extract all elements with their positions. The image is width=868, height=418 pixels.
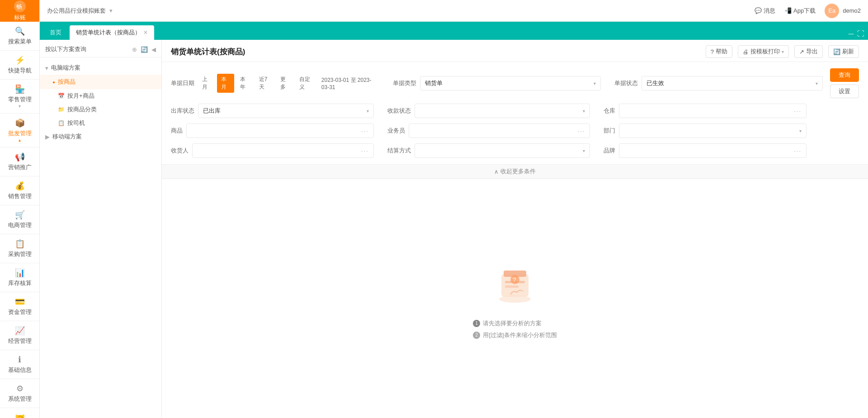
- svg-text:?: ?: [513, 276, 516, 283]
- chip-more[interactable]: 更多: [276, 74, 293, 93]
- sidebar-item-enterprise[interactable]: 🤝 企业协同: [0, 408, 40, 418]
- receiver-label: 收货人: [171, 147, 189, 155]
- chip-last-month[interactable]: 上月: [198, 74, 215, 93]
- scheme-section-pc: ▾ 电脑端方案 ● 按商品 📅 按月+商品 📁 按商品分类 📋 按司机: [40, 57, 161, 147]
- message-icon: 💬: [755, 7, 762, 14]
- department-arrow: ▾: [799, 128, 802, 133]
- wholesale-arrow: ▴: [19, 138, 21, 142]
- doc-status-label: 单据状态: [614, 79, 638, 87]
- scheme-item-by-cashier[interactable]: 📋 按司机: [40, 116, 161, 130]
- tab-sales-stats-label: 销货单统计表（按商品）: [76, 28, 141, 37]
- settings-btn[interactable]: 设置: [830, 85, 859, 98]
- scheme-item-by-category[interactable]: 📁 按商品分类: [40, 103, 161, 116]
- chip-last7[interactable]: 近7天: [255, 74, 274, 93]
- export-btn[interactable]: ↗ 导出: [794, 45, 823, 58]
- page-header: 销货单统计表(按商品) ? 帮助 🖨 按模板打印 ▾ ↗ 导出: [162, 40, 868, 62]
- tip-text-1: 请先选择要分析的方案: [483, 318, 542, 329]
- department-control[interactable]: ▾: [619, 124, 807, 138]
- product-label: 商品: [171, 127, 183, 135]
- tip-number-2: 2: [473, 332, 480, 339]
- tab-home[interactable]: 首页: [43, 25, 68, 40]
- by-category-icon: 📁: [58, 106, 65, 113]
- sidebar-item-purchase[interactable]: 📋 采购管理: [0, 234, 40, 263]
- pc-group-label: 电脑端方案: [51, 64, 80, 72]
- chip-this-year[interactable]: 本年: [236, 74, 253, 93]
- retail-icon: 🏪: [15, 84, 25, 94]
- app-download-icon: 📲: [784, 7, 792, 14]
- warehouse-control[interactable]: ···: [619, 104, 807, 118]
- template-print-label: 按模板打印: [750, 48, 780, 56]
- finance-icon: 💳: [15, 297, 25, 307]
- mobile-group-label: 移动端方案: [52, 133, 82, 141]
- top-header: 办公用品行业模拟账套 ▾ 💬 消息 📲 App下载 Ea demo2: [40, 0, 868, 22]
- collection-control[interactable]: ▾: [415, 104, 590, 118]
- main-area: 办公用品行业模拟账套 ▾ 💬 消息 📲 App下载 Ea demo2 首页: [40, 0, 868, 418]
- tab-home-label: 首页: [50, 28, 61, 37]
- header-title: 办公用品行业模拟账套: [47, 7, 106, 15]
- sidebar-item-search-menu[interactable]: 🔍 搜索菜单: [0, 22, 40, 51]
- sidebar-item-inventory[interactable]: 📊 库存核算: [0, 263, 40, 292]
- receiver-control[interactable]: ···: [192, 143, 374, 158]
- warehouse-dots: ···: [794, 108, 802, 114]
- collapse-bar[interactable]: ∧ 收起更多条件: [162, 164, 868, 179]
- sidebar-item-quick-nav[interactable]: ⚡ 快捷导航: [0, 51, 40, 80]
- filter-receiver: 收货人 ···: [171, 143, 374, 158]
- header-dropdown-arrow[interactable]: ▾: [109, 7, 113, 14]
- tab-sales-stats[interactable]: 销货单统计表（按商品） ✕: [70, 25, 154, 40]
- chip-this-month[interactable]: 本月: [217, 74, 234, 93]
- refresh-btn[interactable]: 🔄 刷新: [828, 45, 859, 58]
- help-btn[interactable]: ? 帮助: [706, 45, 732, 58]
- doc-type-arrow: ▾: [594, 81, 596, 86]
- doc-type-label: 单据类型: [393, 79, 416, 87]
- chip-custom[interactable]: 自定义: [295, 74, 317, 93]
- filter-row-3: 商品 ··· 业务员 ···: [171, 124, 859, 138]
- scheme-group-pc[interactable]: ▾ 电脑端方案: [40, 61, 161, 75]
- message-btn[interactable]: 💬 消息: [755, 7, 775, 15]
- scheme-group-mobile[interactable]: ▶ 移动端方案: [40, 130, 161, 143]
- date-chips: 上月 本月 本年 近7天 更多 自定义: [198, 74, 317, 93]
- app-download-btn[interactable]: 📲 App下载: [784, 7, 816, 15]
- sidebar-item-basic-info[interactable]: ℹ 基础信息: [0, 350, 40, 379]
- page-actions: ? 帮助 🖨 按模板打印 ▾ ↗ 导出 🔄 刷新: [706, 45, 859, 58]
- refresh-scheme-btn[interactable]: 🔄: [141, 46, 148, 53]
- sidebar-item-finance[interactable]: 💳 资金管理: [0, 292, 40, 321]
- tab-close-btn[interactable]: ✕: [143, 29, 148, 36]
- help-label: 帮助: [716, 48, 727, 56]
- collapse-icon: ∧: [494, 168, 499, 175]
- header-left: 办公用品行业模拟账套 ▾: [47, 7, 113, 15]
- doc-status-control[interactable]: 已生效 ▾: [642, 76, 823, 90]
- filter-row-1: 单据日期 上月 本月 本年 近7天 更多 自定义 2023-03-01 至 20…: [171, 68, 859, 98]
- enterprise-icon: 🤝: [15, 413, 25, 418]
- scheme-item-by-product[interactable]: ● 按商品: [40, 75, 161, 89]
- sidebar-item-marketing[interactable]: 📢 营销推广: [0, 147, 40, 176]
- sidebar-item-wholesale[interactable]: 📦 批发管理 ▴: [0, 114, 40, 147]
- out-status-control[interactable]: 已出库 ▾: [198, 104, 374, 118]
- add-scheme-btn[interactable]: ⊕: [132, 46, 137, 53]
- filter-doc-status: 单据状态 已生效 ▾: [614, 76, 823, 90]
- tab-minimize-btn[interactable]: ─: [849, 30, 854, 38]
- sidebar-item-system[interactable]: ⚙ 系统管理: [0, 379, 40, 408]
- salesperson-control[interactable]: ···: [409, 124, 590, 138]
- sidebar-item-retail[interactable]: 🏪 零售管理 ▾: [0, 80, 40, 114]
- tab-bar: 首页 销货单统计表（按商品） ✕ ─ ⛶: [40, 22, 868, 40]
- sidebar-item-operations[interactable]: 📈 经营管理: [0, 321, 40, 350]
- header-right: 💬 消息 📲 App下载 Ea demo2: [755, 4, 861, 18]
- settlement-arrow: ▾: [583, 148, 585, 153]
- out-status-value: 已出库: [203, 107, 367, 115]
- brand-control[interactable]: ···: [619, 143, 807, 158]
- app-logo: 畅 标账: [0, 0, 40, 22]
- scheme-item-by-month-product[interactable]: 📅 按月+商品: [40, 89, 161, 103]
- query-btn[interactable]: 查询: [830, 68, 859, 82]
- svg-text:畅: 畅: [16, 3, 22, 10]
- user-area[interactable]: Ea demo2: [825, 4, 861, 18]
- collapse-panel-btn[interactable]: ◀: [151, 46, 156, 53]
- settlement-control[interactable]: ▾: [415, 143, 590, 158]
- sidebar-item-sales[interactable]: 💰 销售管理: [0, 176, 40, 205]
- product-control[interactable]: ···: [186, 124, 374, 138]
- tab-maximize-btn[interactable]: ⛶: [857, 30, 864, 38]
- doc-type-control[interactable]: 销货单 ▾: [420, 76, 601, 90]
- sidebar-item-ecommerce[interactable]: 🛒 电商管理: [0, 205, 40, 234]
- warehouse-label: 仓库: [604, 107, 615, 115]
- filter-settlement: 结算方式 ▾: [387, 143, 590, 158]
- template-print-btn[interactable]: 🖨 按模板打印 ▾: [738, 45, 789, 58]
